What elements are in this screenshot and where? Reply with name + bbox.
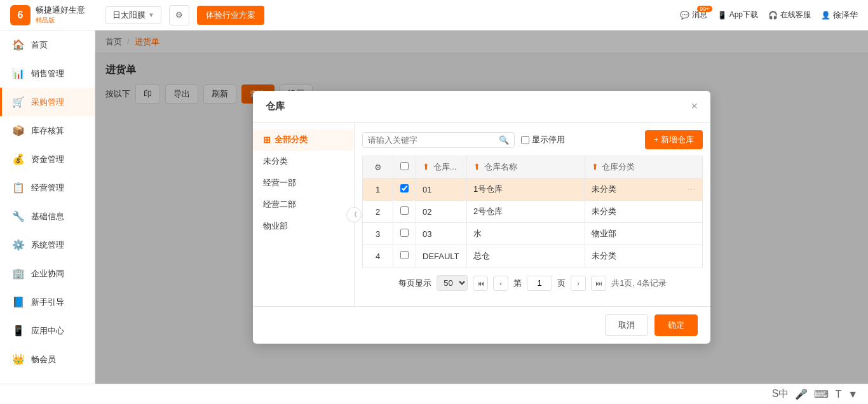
sort-cat-icon: ⬆ [592,162,599,172]
message-icon: 💬 [680,11,689,20]
search-input[interactable] [368,135,499,145]
row-code: 02 [416,201,467,223]
row-checkbox[interactable] [400,229,409,237]
logo-icon: 6 [10,5,31,25]
sidebar-item-member[interactable]: 👑 畅会员 [0,345,95,374]
col-header-code[interactable]: ⬆ 仓库... [416,156,467,178]
sort-icon: ⬆ [423,162,430,172]
row-name: 水 [467,223,585,245]
settings-gear-icon[interactable]: ⚙ [169,5,189,25]
sidebar-item-purchase[interactable]: 🛒 采购管理 [0,88,95,116]
new-warehouse-button[interactable]: + 新增仓库 [645,130,703,149]
row-name: 1号仓库 [467,178,585,201]
cancel-button[interactable]: 取消 [605,314,648,336]
system-icon: ⚙️ [12,239,25,251]
col-header-name[interactable]: ⬆ 仓库名称 [467,156,585,178]
member-icon: 👑 [12,353,25,365]
row-category: 未分类··· [585,178,703,201]
cat-item-ops2[interactable]: 经营二部 [253,194,354,215]
pagination-row: 每页显示 50 ⏮ ‹ 第 页 › ⏭ 共1页, 4条记录 [362,267,703,299]
collapse-sidebar-button[interactable]: 《 [346,207,362,222]
table-row[interactable]: 1 01 1号仓库 未分类··· [363,178,703,201]
modal-toolbar: 🔍 显示停用 + 新增仓库 [362,130,703,149]
last-page-button[interactable]: ⏭ [591,276,606,291]
mic-icon[interactable]: 🎤 [795,388,808,400]
row-checkbox-cell [393,178,416,201]
page-size-select[interactable]: 50 [437,275,468,291]
search-input-wrap: 🔍 [362,132,515,148]
avatar-icon: 👤 [821,11,831,20]
sidebar-item-operations[interactable]: 📋 经营管理 [0,173,95,202]
sidebar-item-home[interactable]: 🏠 首页 [0,30,95,59]
ime-icon[interactable]: S中 [772,387,789,401]
all-categories[interactable]: ⊞ 全部分类 [253,129,354,151]
next-page-button[interactable]: › [571,276,586,291]
finance-icon: 💰 [12,153,25,165]
modal-header: 仓库 × [253,91,710,123]
content-area: 首页 / 进货单 进货单 按以下 印 导出 刷新 查询 设置 仓库 × [95,30,868,404]
row-name: 总仓 [467,245,585,267]
modal-title: 仓库 [266,100,285,112]
table-row[interactable]: 2 02 2号仓库 未分类 [363,201,703,223]
table-row[interactable]: 4 DEFAULT 总仓 未分类 [363,245,703,267]
prev-page-button[interactable]: ‹ [493,276,508,291]
modal-backdrop: 仓库 × ⊞ 全部分类 未分类 经营一部 经营二部 物业部 [95,30,868,404]
table-row[interactable]: 3 03 水 物业部 [363,223,703,245]
keyboard-icon[interactable]: ⌨ [814,388,829,400]
sort-name-icon: ⬆ [473,162,480,172]
cat-item-ops1[interactable]: 经营一部 [253,172,354,194]
row-actions[interactable]: ··· [688,184,696,195]
online-service-button[interactable]: 🎧 在线客服 [768,10,811,20]
sidebar-item-sales[interactable]: 📊 销售管理 [0,59,95,88]
header-middle: 日太阳膜 ▼ ⚙ 体验行业方案 [105,5,680,25]
operations-icon: 📋 [12,182,25,194]
sales-icon: 📊 [12,67,25,79]
row-num: 1 [363,178,393,201]
trial-button[interactable]: 体验行业方案 [197,6,264,25]
cat-item-property[interactable]: 物业部 [253,215,354,237]
page-total: 共1页, 4条记录 [611,278,667,289]
row-checkbox[interactable] [400,184,409,192]
sidebar-item-guide[interactable]: 📘 新手引导 [0,288,95,316]
cat-item-uncategorized[interactable]: 未分类 [253,151,354,172]
sidebar-item-basic[interactable]: 🔧 基础信息 [0,202,95,231]
first-page-button[interactable]: ⏮ [473,276,488,291]
guide-icon: 📘 [12,296,25,308]
row-checkbox-cell [393,245,416,267]
grid-icon: ⊞ [263,135,271,145]
row-checkbox[interactable] [400,206,409,215]
sidebar-item-system[interactable]: ⚙️ 系统管理 [0,231,95,259]
col-header-category[interactable]: ⬆ 仓库分类 [585,156,703,178]
sidebar-item-enterprise[interactable]: 🏢 企业协同 [0,259,95,288]
arrow-down-icon[interactable]: ▼ [848,389,858,400]
enterprise-icon: 🏢 [12,267,25,279]
store-selector[interactable]: 日太阳膜 ▼ [105,6,161,24]
warehouse-table: ⚙ ⬆ 仓库... [362,156,703,267]
modal-footer: 取消 确定 [253,306,710,344]
table-container: ⚙ ⬆ 仓库... [362,156,703,267]
table-header-row: ⚙ ⬆ 仓库... [363,156,703,178]
app-icon: 📱 [12,325,25,337]
select-all-checkbox[interactable] [400,162,409,170]
show-disabled-label[interactable]: 显示停用 [521,134,565,145]
modal-close-button[interactable]: × [691,100,698,113]
font-icon[interactable]: T [835,389,841,400]
modal-body: ⊞ 全部分类 未分类 经营一部 经营二部 物业部 《 [253,123,710,306]
row-checkbox-cell [393,201,416,223]
messages-button[interactable]: 💬 消息 99+ [680,10,707,20]
inventory-icon: 📦 [12,125,25,137]
row-checkbox[interactable] [400,251,409,259]
row-checkbox-cell [393,223,416,245]
confirm-button[interactable]: 确定 [654,314,698,336]
page-number-input[interactable] [527,276,552,291]
warehouse-modal: 仓库 × ⊞ 全部分类 未分类 经营一部 经营二部 物业部 [253,91,710,344]
sidebar-item-app[interactable]: 📱 应用中心 [0,316,95,345]
app-download-button[interactable]: 📱 App下载 [717,10,758,20]
sidebar-item-finance[interactable]: 💰 资金管理 [0,145,95,173]
user-profile[interactable]: 👤 徐泽华 [821,10,858,21]
logo-text: 畅捷通好生意 精品版 [36,5,85,25]
show-disabled-checkbox[interactable] [521,136,529,144]
sidebar-item-inventory[interactable]: 📦 库存核算 [0,116,95,145]
sidebar: 🏠 首页 📊 销售管理 🛒 采购管理 📦 库存核算 💰 资金管理 📋 经营管理 … [0,30,95,404]
row-code: 03 [416,223,467,245]
